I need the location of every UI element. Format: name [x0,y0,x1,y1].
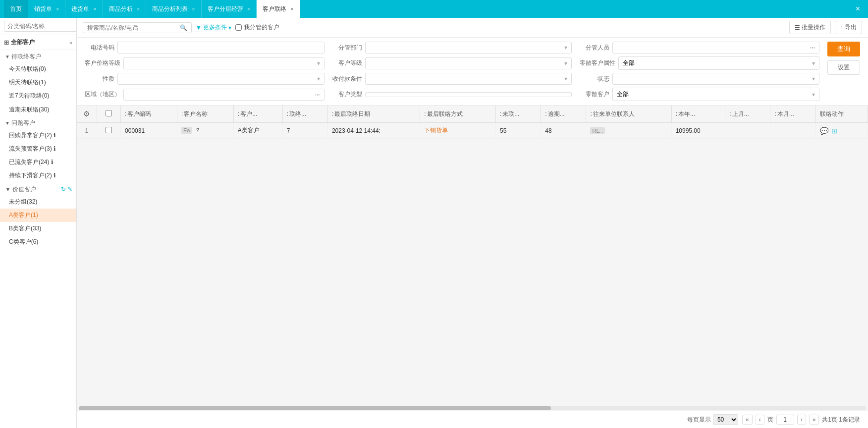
query-button[interactable]: 查询 [827,42,860,56]
filter-price-level: 客户价格等级 ▾ [85,57,325,69]
tab-purchase[interactable]: 进货单 × [65,0,103,18]
select-all-checkbox[interactable] [106,110,112,116]
export-button[interactable]: ↑ 导出 [835,21,862,34]
filter-customer-level-label: 客户等级 [332,59,362,67]
filter-payment-select[interactable]: ▾ [365,73,572,85]
filter-region-input[interactable]: ··· [123,89,325,101]
sidebar-all-customers-header[interactable]: ⊞ 全部客户 « [0,35,76,50]
page-number-input[interactable] [776,415,794,425]
sidebar-item-churn-warning[interactable]: 流失预警客户(3) ℹ [0,142,76,156]
sidebar-item-a-class[interactable]: A类客户(1) [0,209,76,222]
filter-customer-type-label: 客户类型 [332,90,362,99]
tab-goods-analysis[interactable]: 商品分析 × [103,0,146,18]
tab-home[interactable]: 首页 [4,0,28,18]
customer-tag: Ea [181,127,192,134]
prev-page-button[interactable]: ‹ [756,415,764,425]
chevron-down-icon8: ▾ [812,91,815,98]
last-method-link[interactable]: 下销货单 [424,127,448,134]
filter-retail-customer-select[interactable]: 全部▾ [612,88,819,101]
sidebar-item-churned[interactable]: 已流失客户(24) ℹ [0,156,76,169]
per-page-select[interactable]: 50 100 200 [713,414,738,425]
filter-phone-input[interactable] [117,42,325,54]
sidebar-search-input[interactable] [4,21,77,32]
search-icon[interactable]: 🔍 [180,24,187,31]
my-customers-checkbox[interactable] [235,24,242,31]
sidebar-group-pending[interactable]: ▼ 待联络客户 [0,50,76,62]
tab-goods-list-close[interactable]: × [192,6,195,12]
sidebar-item-ungroup[interactable]: 未分组(32) [0,195,76,209]
horizontal-scrollbar[interactable] [77,405,868,411]
sidebar-collapse-button[interactable]: « [69,40,72,46]
filter-status-label: 状态 [580,75,609,83]
settings-button[interactable]: 设置 [827,60,860,75]
refresh-icon[interactable]: ↻ [61,186,66,193]
first-page-button[interactable]: « [742,415,753,425]
th-code-label: 客户编码 [127,110,151,118]
batch-label: 批量操作 [802,23,825,32]
more-filters-label: 更多条件 [203,23,227,32]
filter-dept-select[interactable]: ▾ [365,42,572,54]
td-uncontacted: 55 [495,123,541,139]
filter-customer-level-select[interactable]: ▾ [365,57,572,69]
sidebar-item-declining[interactable]: 持续下滑客户(2) ℹ [0,169,76,182]
tab-sales-close[interactable]: × [56,6,59,12]
th-actions: 联络动作 [815,106,868,123]
row-checkbox[interactable] [106,127,112,133]
gear-icon[interactable]: ⚙ [83,109,90,118]
filter-retail-customer: 零散客户 全部▾ [580,88,819,101]
next-page-button[interactable]: › [797,415,806,425]
tab-customer-tier-close[interactable]: × [247,6,250,12]
filter-retail-attr-select[interactable]: 全部▾ [618,56,819,70]
tab-goods-analysis-close[interactable]: × [137,6,140,12]
search-input[interactable] [87,24,178,31]
page-label: 页 [767,416,773,424]
sidebar-item-today[interactable]: 今天待联络(0) [0,62,76,76]
filter-status-select[interactable]: ▾ [612,73,819,85]
main-layout: 🔍 ⊞ 全部客户 « ▼ 待联络客户 今天待联络(0) 明天待联络(1) 近7天… [0,18,868,428]
action-icons-group: 💬 ⊞ [820,127,864,135]
tab-sales[interactable]: 销货单 × [28,0,65,18]
batch-operation-button[interactable]: ☰ 批量操作 [789,21,831,34]
chevron-down-icon: ▾ [564,44,567,51]
sidebar-item-tomorrow[interactable]: 明天待联络(1) [0,76,76,89]
tab-goods-list[interactable]: 商品分析列表 × [146,0,201,18]
qr-icon[interactable]: ⊞ [831,127,837,135]
sidebar-item-repurchase-anomaly[interactable]: 回购异常客户(2) ℹ [0,129,76,142]
close-all-tabs-button[interactable]: × [852,4,864,13]
chevron-down-icon3: ▾ [564,60,567,67]
tab-purchase-close[interactable]: × [93,6,96,12]
th-gear: ⚙ [77,106,97,123]
tab-customer-tier[interactable]: 客户分层经营 × [202,0,257,18]
edit-icon[interactable]: ✎ [67,186,72,193]
sidebar-item-7days[interactable]: 近7天待联络(0) [0,89,76,103]
th-this-year-separator: : [676,110,677,117]
tab-customer-contact[interactable]: 客户联络 × [257,0,300,18]
filter-price-select[interactable]: ▾ [123,57,325,69]
sidebar-item-b-class[interactable]: B类客户(33) [0,222,76,235]
filter-icon: ▼ [196,24,202,31]
th-this-month: :本月... [770,106,815,123]
filter-customer-type-input[interactable] [365,92,572,97]
message-icon[interactable]: 💬 [820,127,828,135]
sidebar-item-c-class[interactable]: C类客户(6) [0,235,76,249]
sidebar-item-overdue[interactable]: 逾期未联络(30) [0,103,76,116]
th-last-month: :上月... [725,106,770,123]
th-last-date: :最后联络日期 [327,106,420,123]
th-last-date-separator: : [332,110,333,117]
table-area: ⚙ :客户编码 :客户名称 :客户... [77,106,868,405]
sidebar-group-problem[interactable]: ▼ 问题客户 [0,116,76,129]
th-overdue-separator: : [545,110,546,117]
sidebar-group-value[interactable]: ▼ 价值客户 ↻ ✎ [0,183,76,195]
filter-nature-select[interactable]: ▾ [117,73,325,85]
th-type-separator: : [238,110,239,117]
filter-nature-label: 性质 [85,75,114,83]
more-filters-button[interactable]: ▼ 更多条件 ▾ [196,23,231,32]
last-page-button[interactable]: » [809,415,819,425]
scroll-thumb[interactable] [79,406,551,410]
filter-manager-input[interactable]: ··· [612,42,819,54]
tab-customer-contact-close[interactable]: × [290,6,293,12]
per-page-selector: 每页显示 50 100 200 [687,414,738,425]
th-last-method: :最后联络方式 [420,106,496,123]
th-code-separator: : [125,110,126,117]
th-this-month-separator: : [774,110,776,117]
